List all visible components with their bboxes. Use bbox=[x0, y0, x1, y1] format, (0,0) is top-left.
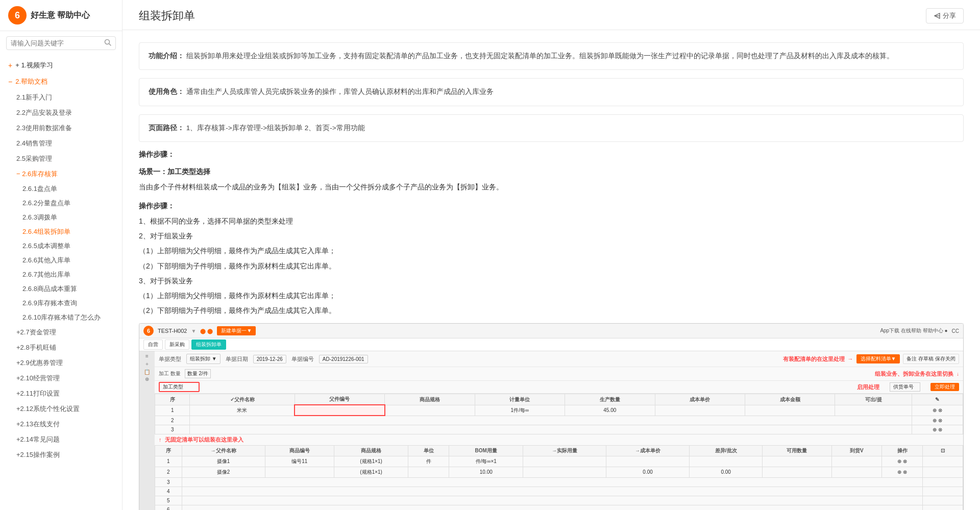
sidebar-item-inv269[interactable]: 2.6.9库存账本查询 bbox=[0, 296, 122, 310]
th-available: 可出/提 bbox=[835, 394, 912, 405]
sub-th-expand: ⊡ bbox=[923, 445, 963, 456]
sidebar-item-ops[interactable]: +2.10经营管理 bbox=[0, 371, 122, 386]
page-path-text: 1、库存核算->库存管理->组装拆卸单 2、首页->常用功能 bbox=[186, 124, 365, 132]
sidebar-item-cases[interactable]: +2.15操作案例 bbox=[0, 447, 122, 463]
sidebar-item-inv264[interactable]: 2.6.4组装拆卸单 bbox=[0, 225, 122, 239]
sidebar: 6 好生意 帮助中心 + + 1.视频学习 − 2.帮助文档 2.1新手入门 2… bbox=[0, 0, 122, 510]
search-input[interactable] bbox=[11, 39, 104, 47]
sidebar-item-inv267[interactable]: 2.6.7其他出库单 bbox=[0, 268, 122, 282]
sidebar-item-finance[interactable]: +2.7资金管理 bbox=[0, 325, 122, 340]
share-button[interactable]: 分享 bbox=[926, 8, 964, 23]
sub-th-bom: BOM用量 bbox=[449, 445, 523, 456]
sim-save-btn[interactable]: 备注 存草稿 保存关闭 bbox=[903, 354, 959, 364]
sim-form-row1: 单据类型 组装拆卸 ▼ 单据日期 2019-12-26 单据编号 AD-2019… bbox=[155, 351, 963, 367]
sim-type-input[interactable]: 组装拆卸 ▼ bbox=[186, 354, 220, 364]
step-3-2: （2）下部明细为子件明细，最终作为产成品生成其它入库单。 bbox=[139, 304, 964, 317]
sim-qty-label: 加工 数量 bbox=[159, 370, 181, 377]
feature-intro-box: 功能介绍： 组装拆卸单用来处理企业组装或拆卸等加工业务，支持有固定装配清单的产品… bbox=[139, 42, 964, 70]
sub-th-diff: 差异/批次 bbox=[690, 445, 763, 456]
sim-tab-left[interactable]: 自营 bbox=[143, 339, 163, 350]
sidebar-item-inv265[interactable]: 2.6.5成本调整单 bbox=[0, 239, 122, 253]
sub-th-v: 到货V bbox=[831, 445, 882, 456]
sim-num-input[interactable]: AD-20191226-001 bbox=[319, 355, 368, 363]
scenario1-desc: 当由多个子件材料组装成一个成品的业务为【组装】业务，当由一个父件拆分成多个子产品… bbox=[139, 181, 964, 193]
sidebar-item-inv263[interactable]: 2.6.3调拨单 bbox=[0, 210, 122, 225]
th-parent-name: ✓父件名称 bbox=[190, 394, 295, 405]
sub-th-avail: 可用数量 bbox=[763, 445, 831, 456]
sidebar-item-faq[interactable]: +2.14常见问题 bbox=[0, 432, 122, 447]
page-path-label: 页面路径： bbox=[149, 124, 184, 132]
sim-annotation3: 启用处理 bbox=[857, 383, 879, 391]
sim-company: TEST-H002 bbox=[158, 328, 187, 334]
sidebar-item-print[interactable]: +2.11打印设置 bbox=[0, 386, 122, 401]
sidebar-item-docs[interactable]: − 2.帮助文档 bbox=[0, 74, 122, 90]
sidebar-item-coupon[interactable]: +2.9优惠券管理 bbox=[0, 355, 122, 371]
sim-type-highlight[interactable]: 加工类型 bbox=[159, 382, 200, 392]
th-action: ✎ bbox=[912, 394, 963, 405]
sim-tab-purchase[interactable]: 新采购 bbox=[165, 339, 189, 350]
main-content: 组装拆卸单 分享 功能介绍： 组装拆卸单用来处理企业组装或拆卸等加工业务，支持有… bbox=[122, 0, 980, 510]
sidebar-item-purchase[interactable]: 2.5采购管理 bbox=[0, 151, 122, 166]
sub-th-unit: 单位 bbox=[408, 445, 449, 456]
sidebar-item-online[interactable]: +2.13在线支付 bbox=[0, 417, 122, 432]
sim-sub-table-container: 序 →父件名称 商品编号 商品规格 单位 BOM用量 →实际用量 →成本单价 差 bbox=[155, 445, 963, 510]
sim-num-label: 单据编号 bbox=[291, 355, 314, 363]
ops-steps-label: 操作步骤： bbox=[139, 150, 964, 159]
sidebar-item-sales[interactable]: 2.4销售管理 bbox=[0, 136, 122, 151]
sim-new-btn[interactable]: 新建单据一▼ bbox=[217, 326, 256, 335]
content-body: 功能介绍： 组装拆卸单用来处理企业组装或拆卸等加工业务，支持有固定装配清单的产品… bbox=[122, 30, 980, 510]
th-cost-price: 成本单价 bbox=[655, 394, 745, 405]
sidebar-item-install[interactable]: 2.2产品安装及登录 bbox=[0, 105, 122, 120]
sidebar-item-newcomer[interactable]: 2.1新手入门 bbox=[0, 90, 122, 105]
sidebar-item-sysconfig[interactable]: +2.12系统个性化设置 bbox=[0, 401, 122, 417]
sub-th-cost: →成本单价 bbox=[606, 445, 690, 456]
sidebar-item-data[interactable]: 2.3使用前数据准备 bbox=[0, 120, 122, 136]
use-role-label: 使用角色： bbox=[149, 88, 184, 95]
sim-form-row3: 加工类型 启用处理 供货单号 立即处理 bbox=[155, 381, 963, 394]
step-1: 1、根据不同的业务，选择不同单据的类型来处理 bbox=[139, 215, 964, 228]
search-button[interactable] bbox=[104, 39, 111, 47]
sim-annotation4: 无固定清单可以组装在这里录入 bbox=[165, 436, 243, 444]
sub-th-seq: 序 bbox=[155, 445, 182, 456]
minus-icon-inv: − bbox=[16, 170, 20, 178]
sim-type-label: 单据类型 bbox=[159, 355, 181, 363]
app-name: 好生意 帮助中心 bbox=[31, 10, 90, 21]
sim-date-input[interactable]: 2019-12-26 bbox=[253, 355, 286, 363]
sidebar-item-inv268[interactable]: 2.6.8商品成本重算 bbox=[0, 282, 122, 296]
sidebar-item-inv262[interactable]: 2.6.2分量盘点单 bbox=[0, 196, 122, 210]
main-table-row-2: 2 ⊕ ⊗ bbox=[155, 416, 963, 425]
sidebar-item-videos[interactable]: + + 1.视频学习 bbox=[0, 57, 122, 74]
search-box[interactable] bbox=[6, 36, 116, 50]
sim-annotation4-row: ↑ 无固定清单可以组装在这里录入 bbox=[155, 434, 963, 445]
sim-arrow1: → bbox=[848, 356, 853, 362]
sim-tab-assembly[interactable]: 组装拆卸单 bbox=[191, 339, 226, 350]
sim-annotation2: 组装业务、拆卸业务在这里切换 bbox=[875, 370, 953, 378]
sidebar-item-inv2610[interactable]: 2.6.10库存账本错了怎么办 bbox=[0, 310, 122, 325]
scenario1-label: 场景一：加工类型选择 bbox=[139, 167, 964, 177]
sidebar-item-inv266[interactable]: 2.6.6其他入库单 bbox=[0, 253, 122, 268]
sim-process-btn[interactable]: 选择配料清单▼ bbox=[856, 354, 900, 363]
steps-label: 操作步骤： bbox=[139, 202, 964, 211]
feature-intro-text: 组装拆卸单用来处理企业组装或拆卸等加工业务，支持有固定装配清单的产品加工业务，也… bbox=[186, 52, 894, 60]
sim-arrow4: ↑ bbox=[159, 436, 162, 443]
sim-main-table-container: 序 ✓父件名称 父件编号 商品规格 计量单位 生产数量 成本单价 成本金额 可出 bbox=[155, 394, 963, 434]
plus-icon: + bbox=[8, 61, 12, 69]
logo-icon: 6 bbox=[8, 6, 27, 25]
sidebar-item-inventory[interactable]: − 2.6库存核算 bbox=[0, 166, 122, 182]
sim-logo: 6 bbox=[143, 326, 154, 336]
share-icon bbox=[934, 12, 941, 19]
sidebar-item-mobile[interactable]: +2.8手机旺铺 bbox=[0, 340, 122, 355]
step-3-1: （1）上部明细为父件明细，最终作为原材料生成其它出库单； bbox=[139, 289, 964, 302]
sub-table-row-4: 4 bbox=[155, 487, 963, 496]
th-parent-num: 父件编号 bbox=[295, 394, 384, 405]
sub-th-spec: 商品规格 bbox=[334, 445, 408, 456]
sim-apply-btn[interactable]: 立即处理 bbox=[930, 383, 959, 391]
sub-th-act2: 操作 bbox=[882, 445, 923, 456]
step-2-2: （2）下部明细为子件明细，最终作为原材料生成其它出库单。 bbox=[139, 260, 964, 273]
use-role-text: 通常由生产人员或库管人员完成拆装业务的操作，库管人员确认原材料的出库和产成品的入… bbox=[186, 88, 494, 95]
th-unit: 计量单位 bbox=[475, 394, 565, 405]
sim-qty-input[interactable]: 数量 2/件 bbox=[185, 369, 211, 378]
page-path-box: 页面路径： 1、库存核算->库存管理->组装拆卸单 2、首页->常用功能 bbox=[139, 114, 964, 142]
sim-enable-input[interactable]: 供货单号 bbox=[890, 382, 920, 392]
sidebar-item-inv261[interactable]: 2.6.1盘点单 bbox=[0, 182, 122, 196]
